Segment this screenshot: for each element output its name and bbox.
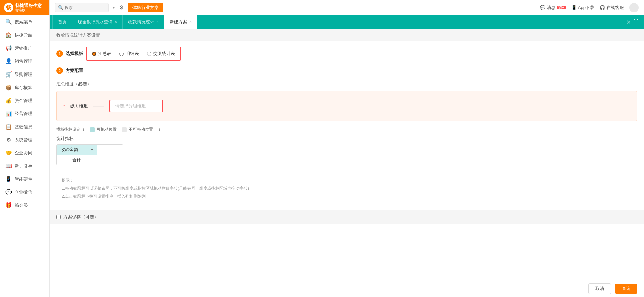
- download-label: App下载: [578, 5, 594, 11]
- trial-button[interactable]: 体验行业方案: [128, 3, 163, 12]
- step2-num: 2: [56, 67, 63, 74]
- tip-item-1: 1.拖动标题栏可以调整布局，不可跨维度或指标区域拖动栏目字段(只能在同一维度或指…: [62, 184, 632, 192]
- sidebar-menu: 🔍搜索菜单🏠快捷导航📢营销推广👤销售管理🛒采购管理📦库存核算💰资金管理📊经营管理…: [0, 15, 49, 297]
- radio-huizong-label: 汇总表: [98, 51, 111, 57]
- sidebar-item-2[interactable]: 📢营销推广: [0, 42, 49, 55]
- tab-home-label: 首页: [58, 19, 67, 25]
- sidebar-item-8[interactable]: 📋基础信息: [0, 120, 49, 133]
- tab-cashflow[interactable]: 现金银行流水查询 ×: [72, 15, 123, 29]
- metrics-col-sub: 合计: [57, 155, 97, 165]
- content-area: 收款情况统计方案设置 1 选择模板 汇总表: [50, 29, 644, 280]
- message-badge: 99+: [557, 6, 566, 9]
- step1-title: 选择模板: [66, 51, 83, 57]
- radio-huizong-input[interactable]: [92, 52, 96, 56]
- sidebar-item-icon-5: 📦: [5, 84, 12, 91]
- sidebar-item-3[interactable]: 👤销售管理: [0, 55, 49, 68]
- main-area: 🔍 ▾ ⚙ 体验行业方案 💬 消息 99+ 📱 App下载 🎧 在线客服: [50, 0, 644, 297]
- sidebar-item-7[interactable]: 📊经营管理: [0, 107, 49, 120]
- page-container: 收款情况统计方案设置 1 选择模板 汇总表: [50, 29, 644, 280]
- sidebar-item-13[interactable]: 💬企业微信: [0, 186, 49, 199]
- tab-new-plan[interactable]: 新建方案 ×: [164, 15, 197, 29]
- metrics-col-header[interactable]: 收款金额 ▾: [57, 145, 97, 155]
- service-item[interactable]: 🎧 在线客服: [600, 5, 624, 11]
- radio-jiaocha[interactable]: 交叉统计表: [147, 51, 175, 57]
- topbar: 🔍 ▾ ⚙ 体验行业方案 💬 消息 99+ 📱 App下载 🎧 在线客服: [50, 0, 644, 15]
- sidebar-item-label-9: 系统管理: [15, 137, 32, 143]
- sidebar-item-label-7: 经营管理: [15, 111, 32, 117]
- sidebar-item-icon-6: 💰: [5, 97, 12, 104]
- sidebar-item-label-13: 企业微信: [15, 189, 32, 195]
- logo-icon: 畅: [4, 3, 13, 12]
- topbar-right: 💬 消息 99+ 📱 App下载 🎧 在线客服: [540, 3, 639, 12]
- search-input[interactable]: [65, 5, 105, 10]
- dimension-area: * 纵向维度 —— 请选择分组维度: [56, 91, 637, 121]
- tab-receipt-close-icon[interactable]: ×: [156, 20, 159, 24]
- tab-cashflow-close-icon[interactable]: ×: [115, 20, 117, 24]
- step1-num: 1: [56, 50, 63, 57]
- radio-huizong[interactable]: 汇总表: [92, 51, 111, 57]
- search-icon: 🔍: [58, 5, 63, 10]
- close-window-icon[interactable]: ✕: [626, 19, 631, 26]
- radio-mingxi[interactable]: 明细表: [119, 51, 139, 57]
- sidebar-item-14[interactable]: 🎁畅会员: [0, 199, 49, 212]
- radio-jiaocha-input[interactable]: [147, 52, 151, 56]
- sidebar-item-6[interactable]: 💰资金管理: [0, 94, 49, 107]
- sidebar-item-icon-10: 🤝: [5, 150, 12, 156]
- sidebar: 畅 畅捷通好生意 标准版 🔍搜索菜单🏠快捷导航📢营销推广👤销售管理🛒采购管理📦库…: [0, 0, 50, 297]
- tab-home[interactable]: 首页: [52, 15, 72, 29]
- config-section: 汇总维度（必选） * 纵向维度 —— 请选择分组维度 模板指标设定（: [56, 81, 637, 165]
- message-item[interactable]: 💬 消息 99+: [540, 5, 566, 11]
- download-icon: 📱: [571, 5, 577, 10]
- sidebar-item-label-2: 营销推广: [15, 45, 32, 51]
- cancel-button[interactable]: 取消: [588, 283, 611, 294]
- sidebar-item-10[interactable]: 🤝企业协同: [0, 146, 49, 159]
- query-button[interactable]: 查询: [615, 284, 637, 294]
- sidebar-item-icon-11: 📖: [5, 163, 12, 169]
- step2-title: 方案配置: [66, 68, 83, 74]
- sidebar-item-icon-4: 🛒: [5, 71, 12, 78]
- sidebar-item-4[interactable]: 🛒采购管理: [0, 68, 49, 81]
- breadcrumb: 收款情况统计方案设置: [56, 33, 100, 38]
- download-item[interactable]: 📱 App下载: [571, 5, 594, 11]
- settings-icon[interactable]: ⚙: [119, 4, 124, 11]
- sidebar-item-icon-7: 📊: [5, 110, 12, 117]
- template-options: 汇总表 明细表 交叉统计表: [86, 47, 181, 61]
- step2-header: 2 方案配置: [56, 67, 637, 74]
- save-checkbox[interactable]: [56, 215, 61, 219]
- page-header: 收款情况统计方案设置: [50, 29, 644, 41]
- app-name: 畅捷通好生意: [15, 3, 42, 8]
- expand-window-icon[interactable]: ⛶: [633, 19, 639, 25]
- search-box[interactable]: 🔍: [55, 3, 109, 12]
- tab-receipt[interactable]: 收款情况统计 ×: [123, 15, 164, 29]
- tab-cashflow-label: 现金银行流水查询: [78, 19, 113, 25]
- sidebar-item-icon-3: 👤: [5, 58, 12, 64]
- draggable-dot: [90, 127, 95, 132]
- message-label: 消息: [547, 5, 555, 11]
- step2-section: 2 方案配置 汇总维度（必选） * 纵向维度 —— 请选择分组维度: [56, 67, 637, 165]
- dimension-required-mark: *: [63, 104, 65, 109]
- sidebar-item-11[interactable]: 📖新手引导: [0, 159, 49, 172]
- tab-new-plan-close-icon[interactable]: ×: [189, 20, 192, 24]
- sidebar-item-9[interactable]: ⚙系统管理: [0, 133, 49, 146]
- save-label: 方案保存（可选）: [63, 214, 98, 220]
- metrics-legend: 模板指标设定（ 可拖动位置 不可拖动位置 ）: [56, 127, 637, 132]
- sidebar-item-label-11: 新手引导: [15, 163, 32, 169]
- sidebar-item-label-10: 企业协同: [15, 150, 32, 156]
- sidebar-item-label-3: 销售管理: [15, 58, 32, 64]
- sidebar-item-12[interactable]: 📱智能硬件: [0, 172, 49, 186]
- sidebar-item-5[interactable]: 📦库存核算: [0, 81, 49, 94]
- sidebar-item-0[interactable]: 🔍搜索菜单: [0, 15, 49, 29]
- sidebar-item-icon-13: 💬: [5, 189, 12, 195]
- legend-end: ）: [158, 127, 162, 132]
- sidebar-item-label-1: 快捷导航: [15, 32, 32, 38]
- sidebar-item-icon-12: 📱: [5, 176, 12, 182]
- dimension-select[interactable]: 请选择分组维度: [109, 100, 163, 112]
- user-avatar[interactable]: [629, 3, 639, 12]
- sidebar-logo: 畅 畅捷通好生意 标准版: [0, 0, 49, 15]
- metrics-legend-title: 模板指标设定（: [56, 127, 85, 132]
- sidebar-item-1[interactable]: 🏠快捷导航: [0, 29, 49, 42]
- fixed-dot: [122, 127, 127, 132]
- metrics-col-chevron-icon[interactable]: ▾: [91, 147, 93, 152]
- search-chevron-icon[interactable]: ▾: [113, 5, 115, 10]
- radio-mingxi-input[interactable]: [119, 52, 124, 56]
